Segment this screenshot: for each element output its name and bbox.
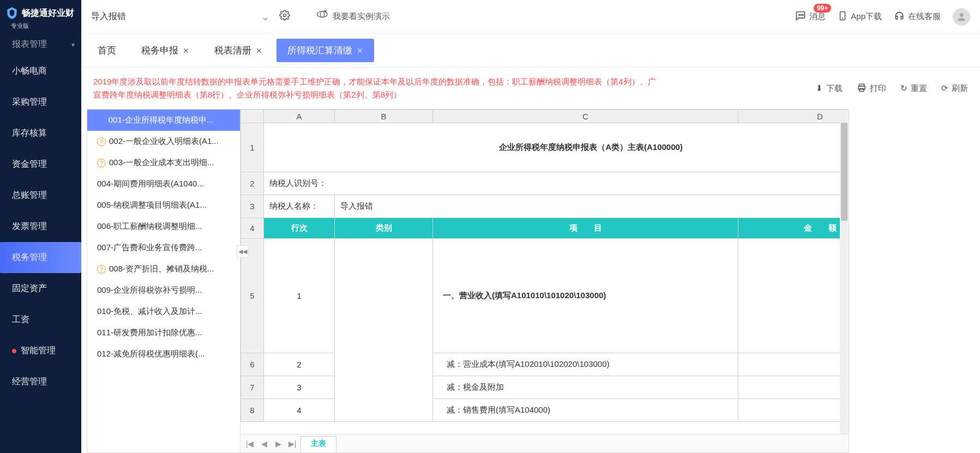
nav-item-assets[interactable]: 固定资产 — [0, 273, 81, 304]
form-item[interactable]: 012-减免所得税优惠明细表(... — [87, 343, 240, 365]
app-download-button[interactable]: App下载 — [838, 10, 882, 23]
sheet-tab[interactable]: 主表 — [300, 436, 336, 451]
row-header[interactable]: 7 — [241, 376, 264, 399]
demo-link[interactable]: 我要看实例演示 — [316, 9, 390, 24]
nav-item-salary[interactable]: 工资 — [0, 304, 81, 335]
cell[interactable]: 4 — [264, 399, 335, 422]
print-button[interactable]: 打印 — [857, 83, 886, 94]
close-icon[interactable]: ✕ — [183, 46, 189, 55]
vertical-scrollbar[interactable] — [840, 123, 849, 434]
cell[interactable] — [738, 239, 849, 353]
cell[interactable]: 纳税人识别号： — [264, 172, 849, 195]
form-item[interactable]: 004-期间费用明细表(A1040... — [87, 173, 240, 195]
messages-button[interactable]: 消息 99+ — [795, 10, 826, 23]
sheet-tabs: |◀ ◀ ▶ ▶| 主表 — [241, 434, 849, 452]
form-item[interactable]: 009-企业所得税弥补亏损明... — [87, 280, 240, 301]
cell[interactable]: 减：营业成本(填写A102010\102020\103000) — [433, 353, 738, 376]
svg-point-3 — [324, 10, 326, 12]
nav-item-truncated[interactable]: 报表管理▾ — [0, 33, 81, 56]
nav-item-ledger[interactable]: 总账管理 — [0, 180, 81, 211]
chevron-down-icon[interactable]: ⌄ — [261, 11, 269, 23]
svg-point-4 — [799, 15, 800, 16]
form-item[interactable]: 010-免税、减计收入及加计... — [87, 301, 240, 322]
app-download-label: App下载 — [851, 11, 882, 22]
sheet-nav-last[interactable]: ▶| — [286, 438, 298, 450]
sheet-header-cell[interactable]: 金 额 — [738, 218, 849, 239]
sheet-header-cell[interactable]: 项 目 — [433, 218, 738, 239]
tab-home[interactable]: 首页 — [87, 39, 127, 62]
print-icon — [857, 83, 867, 94]
col-header[interactable]: D — [738, 110, 849, 123]
row-header[interactable]: 1 — [241, 123, 264, 172]
brand-name: 畅捷通好业财 — [22, 8, 74, 19]
form-item[interactable]: 006-职工薪酬纳税调整明细... — [87, 216, 240, 237]
avatar[interactable] — [953, 8, 970, 26]
cell[interactable]: 1 — [264, 239, 335, 353]
tab-income-tax[interactable]: 所得税汇算清缴✕ — [276, 39, 374, 62]
customer-service-button[interactable]: 在线客服 — [894, 10, 941, 23]
cell[interactable]: 一、营业收入(填写A101010\101020\103000) — [433, 239, 738, 353]
nav-item-inventory[interactable]: 库存核算 — [0, 118, 81, 149]
sheet-nav-next[interactable]: ▶ — [272, 438, 284, 450]
sheet-nav-prev[interactable]: ◀ — [258, 438, 270, 450]
col-header[interactable]: B — [335, 110, 433, 123]
svg-point-9 — [960, 13, 964, 17]
cell-label: 纳税人识别号： — [269, 178, 327, 188]
reset-label: 重置 — [911, 83, 927, 94]
nav-item-tax[interactable]: 税务管理 — [0, 242, 81, 273]
sidebar: 畅捷通好业财 专业版 报表管理▾ 小畅电商 采购管理 库存核算 资金管理 总账管… — [0, 0, 81, 453]
topbar-right: 消息 99+ App下载 在线客服 — [795, 8, 970, 26]
cell[interactable]: 导入报错 — [335, 195, 849, 218]
cell[interactable] — [738, 353, 849, 376]
cell[interactable] — [335, 239, 433, 422]
reset-button[interactable]: ↻重置 — [900, 83, 927, 94]
form-item[interactable]: ?002-一般企业收入明细表(A1... — [87, 131, 240, 152]
tab-tax-register[interactable]: 税表清册✕ — [203, 39, 273, 62]
nav-item-funds[interactable]: 资金管理 — [0, 149, 81, 180]
toolbar-row: 2019年度涉及取以前年度结转数据的申报表单元格需要手工维护正确，才能保证本年及… — [81, 68, 980, 109]
form-item[interactable]: ?008-资产折旧、摊销及纳税... — [87, 258, 240, 280]
gear-icon[interactable] — [279, 10, 290, 23]
cell[interactable]: 2 — [264, 353, 335, 376]
cell[interactable]: 纳税人名称： — [264, 195, 335, 218]
close-icon[interactable]: ✕ — [256, 46, 262, 55]
sheet-corner[interactable] — [241, 110, 264, 123]
tab-tax-declare[interactable]: 税务申报✕ — [130, 39, 200, 62]
download-button[interactable]: ⬇下载 — [816, 83, 843, 94]
row-header[interactable]: 2 — [241, 172, 264, 195]
demo-label: 我要看实例演示 — [333, 11, 390, 22]
form-item[interactable]: 011-研发费用加计扣除优惠... — [87, 322, 240, 343]
row-header[interactable]: 6 — [241, 353, 264, 376]
tab-label: 首页 — [98, 44, 116, 57]
cell[interactable]: 减：税金及附加 — [433, 376, 738, 399]
row-header[interactable]: 8 — [241, 399, 264, 422]
nav-item-operation[interactable]: 经营管理 — [0, 366, 81, 397]
sheet-grid[interactable]: A B C D 1 企业所得税年度纳税申报表（A类）主表(A100000) 2 — [241, 110, 849, 434]
nav-item-purchase[interactable]: 采购管理 — [0, 87, 81, 118]
form-item[interactable]: 001-企业所得税年度纳税申... — [87, 110, 240, 131]
brand: 畅捷通好业财 — [0, 0, 81, 22]
form-item-label: 003-一般企业成本支出明细... — [109, 158, 214, 168]
sheet-header-cell[interactable]: 类别 — [335, 218, 433, 239]
scrollbar-thumb[interactable] — [841, 123, 847, 221]
sheet-header-cell[interactable]: 行次 — [264, 218, 335, 239]
sheet-nav-first[interactable]: |◀ — [244, 438, 256, 450]
cell[interactable] — [738, 399, 849, 422]
collapse-panel-button[interactable]: ◀◀ — [237, 245, 249, 258]
nav-item-ecommerce[interactable]: 小畅电商 — [0, 56, 81, 87]
nav-item-invoice[interactable]: 发票管理 — [0, 211, 81, 242]
cell[interactable] — [738, 376, 849, 399]
form-item[interactable]: ?003-一般企业成本支出明细... — [87, 152, 240, 173]
cell[interactable]: 3 — [264, 376, 335, 399]
row-header[interactable]: 3 — [241, 195, 264, 218]
refresh-button[interactable]: ⟳刷新 — [941, 83, 968, 94]
col-header[interactable]: C — [433, 110, 738, 123]
row-header[interactable]: 4 — [241, 218, 264, 239]
sheet-title[interactable]: 企业所得税年度纳税申报表（A类）主表(A100000) — [264, 123, 849, 172]
form-item[interactable]: 005-纳税调整项目明细表(A1... — [87, 195, 240, 216]
cell[interactable]: 减：销售费用(填写A104000) — [433, 399, 738, 422]
form-item[interactable]: 007-广告费和业务宣传费跨... — [87, 237, 240, 258]
nav-item-smart[interactable]: 智能管理 — [0, 335, 81, 366]
col-header[interactable]: A — [264, 110, 335, 123]
close-icon[interactable]: ✕ — [357, 46, 363, 55]
